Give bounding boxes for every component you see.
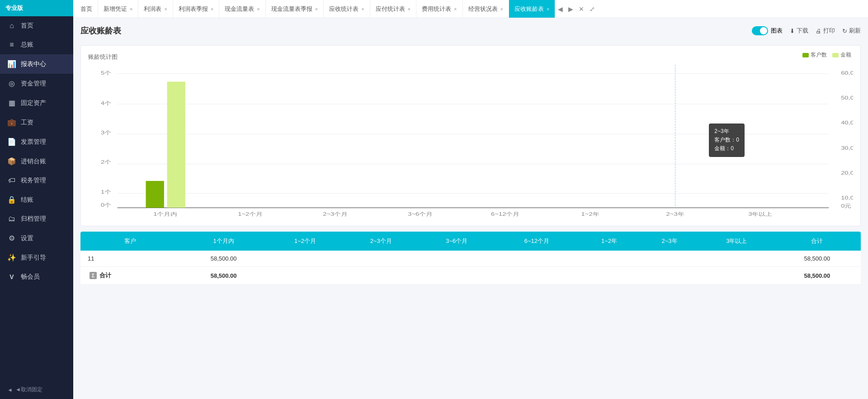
svg-text:60,000.00元: 60,000.00元 xyxy=(841,70,853,76)
svg-text:3年以上: 3年以上 xyxy=(748,211,772,217)
stock-icon: 📦 xyxy=(7,157,16,166)
sidebar-item-assets[interactable]: ▦ 固定资产 xyxy=(0,93,73,113)
sidebar-item-salary[interactable]: 💼 工资 xyxy=(0,113,73,132)
tab-expense-close[interactable]: × xyxy=(454,6,457,12)
tab-next-btn[interactable]: ▶ xyxy=(566,0,576,18)
bar-amount-1month[interactable] xyxy=(167,82,185,208)
tab-ar-aging-close[interactable]: × xyxy=(547,6,549,12)
chart-toggle[interactable] xyxy=(752,26,768,35)
sidebar-item-ledger[interactable]: ≡ 总账 xyxy=(0,35,73,54)
svg-text:0元: 0元 xyxy=(841,203,851,209)
tab-ar-aging[interactable]: 应收账龄表 × xyxy=(509,0,555,18)
footer-2-3year xyxy=(639,267,700,285)
tab-operations[interactable]: 经营状况表 × xyxy=(463,0,509,18)
tab-expense[interactable]: 费用统计表 × xyxy=(416,0,462,18)
data-table: 客户 1个月内 1~2个月 2~3个月 3~6个月 6~12个月 1~2年 2~… xyxy=(80,232,861,284)
sidebar-item-reports[interactable]: 📊 报表中心 xyxy=(0,54,73,74)
tab-ap-stat-close[interactable]: × xyxy=(408,6,410,12)
archive-icon: 🗂 xyxy=(7,215,16,223)
total-icon: Σ xyxy=(90,272,97,279)
tab-profit-season[interactable]: 利润表季报 × xyxy=(173,0,219,18)
sidebar-item-vip[interactable]: V 畅会员 xyxy=(0,267,73,286)
assets-icon: ▦ xyxy=(7,99,16,107)
tab-cashflow-season-close[interactable]: × xyxy=(315,6,318,12)
tab-expense-label: 费用统计表 xyxy=(422,5,451,13)
sidebar-toggle-pin[interactable]: ◄ ◄取消固定 xyxy=(0,380,73,399)
legend-amount-label: 金额 xyxy=(840,51,851,59)
print-btn[interactable]: 🖨 打印 xyxy=(816,27,835,35)
tab-ap-stat[interactable]: 应付统计表 × xyxy=(370,0,416,18)
chart-toggle-label: 图表 xyxy=(771,27,783,35)
close-book-icon: 🔒 xyxy=(7,195,16,204)
legend-amount: 金额 xyxy=(832,51,851,59)
tab-profit[interactable]: 利润表 × xyxy=(138,0,173,18)
tab-profit-season-close[interactable]: × xyxy=(211,6,213,12)
funds-icon: ◎ xyxy=(7,79,16,88)
sidebar-label-settings: 设置 xyxy=(21,234,33,242)
sidebar-item-stock[interactable]: 📦 进销台账 xyxy=(0,152,73,171)
svg-text:1~2个月: 1~2个月 xyxy=(238,211,263,217)
header-actions: 图表 ⬇ 下载 🖨 打印 ↻ 刷新 xyxy=(752,26,861,35)
col-header-2-3month: 2~3个月 xyxy=(343,232,419,251)
tab-cashflow-season[interactable]: 现金流量表季报 × xyxy=(266,0,324,18)
tab-operations-close[interactable]: × xyxy=(500,6,503,12)
col-header-customer: 客户 xyxy=(80,232,180,251)
tab-operations-label: 经营状况表 xyxy=(468,5,498,13)
col-header-1-2month: 1~2个月 xyxy=(267,232,343,251)
footer-3-6month xyxy=(419,267,495,285)
refresh-btn[interactable]: ↻ 刷新 xyxy=(842,27,861,35)
chart-svg-area: 5个 4个 3个 2个 1个 0个 60,000.00元 50,000.00元 … xyxy=(88,65,853,217)
salary-icon: 💼 xyxy=(7,118,16,127)
page-header: 应收账龄表 图表 ⬇ 下载 🖨 打印 ↻ 刷新 xyxy=(80,25,861,36)
svg-text:2个: 2个 xyxy=(101,159,111,165)
svg-text:30,000.00元: 30,000.00元 xyxy=(841,145,853,151)
sidebar-item-guide[interactable]: ✨ 新手引导 xyxy=(0,248,73,267)
tab-profit-close[interactable]: × xyxy=(164,6,167,12)
sidebar-item-home[interactable]: ⌂ 首页 xyxy=(0,16,73,35)
sidebar-label-guide: 新手引导 xyxy=(21,254,46,262)
cell-1-2month xyxy=(267,251,343,267)
footer-1-2month xyxy=(267,267,343,285)
tab-cashflow-close[interactable]: × xyxy=(257,6,259,12)
chart-toggle-wrap: 图表 xyxy=(752,26,783,35)
footer-1month: 58,500.00 xyxy=(180,267,267,285)
svg-text:10,000.00元: 10,000.00元 xyxy=(841,195,853,201)
sidebar-item-invoice[interactable]: 📄 发票管理 xyxy=(0,132,73,152)
tab-ap-stat-label: 应付统计表 xyxy=(376,5,405,13)
tab-ar-stat-label: 应收统计表 xyxy=(329,5,359,13)
sidebar-label-tax: 税务管理 xyxy=(21,176,46,185)
sidebar-label-archive: 归档管理 xyxy=(21,215,46,223)
refresh-icon: ↻ xyxy=(842,28,847,34)
sidebar-label-assets: 固定资产 xyxy=(21,99,46,107)
vip-icon: V xyxy=(7,273,16,280)
tab-prev-btn[interactable]: ◀ xyxy=(555,0,566,18)
sidebar-item-close[interactable]: 🔒 结账 xyxy=(0,190,73,209)
sidebar-item-archive[interactable]: 🗂 归档管理 xyxy=(0,209,73,228)
svg-text:5个: 5个 xyxy=(101,70,111,76)
tab-voucher-close[interactable]: × xyxy=(130,6,132,12)
tab-cashflow[interactable]: 现金流量表 × xyxy=(219,0,265,18)
sidebar-label-funds: 资金管理 xyxy=(21,80,46,88)
table-footer-row: Σ 合计 58,500.00 58,500.00 xyxy=(80,267,861,285)
tab-cashflow-season-label: 现金流量表季报 xyxy=(271,5,312,13)
chart-svg: 5个 4个 3个 2个 1个 0个 60,000.00元 50,000.00元 … xyxy=(88,65,853,217)
tab-expand-btn[interactable]: ⤢ xyxy=(587,0,598,18)
tab-home[interactable]: 首页 xyxy=(75,0,98,18)
sidebar: 专业版 ⌂ 首页 ≡ 总账 📊 报表中心 ◎ 资金管理 ▦ 固定资产 💼 工资 … xyxy=(0,0,73,399)
tab-ar-stat[interactable]: 应收统计表 × xyxy=(324,0,370,18)
sidebar-item-tax[interactable]: 🏷 税务管理 xyxy=(0,171,73,190)
tab-profit-season-label: 利润表季报 xyxy=(179,5,208,13)
tab-voucher-label: 新增凭证 xyxy=(104,5,127,13)
ledger-icon: ≡ xyxy=(7,41,16,49)
chart-legend: 客户数 金额 xyxy=(802,51,851,59)
tab-voucher[interactable]: 新增凭证 × xyxy=(98,0,138,18)
sidebar-item-funds[interactable]: ◎ 资金管理 xyxy=(0,74,73,93)
tab-ar-stat-close[interactable]: × xyxy=(361,6,364,12)
sidebar-item-settings[interactable]: ⚙ 设置 xyxy=(0,228,73,248)
tab-close-btn[interactable]: ✕ xyxy=(576,0,587,18)
download-btn[interactable]: ⬇ 下载 xyxy=(790,27,808,35)
bar-customers-1month[interactable] xyxy=(146,181,164,208)
sidebar-label-invoice: 发票管理 xyxy=(21,138,46,146)
svg-text:50,000.00元: 50,000.00元 xyxy=(841,95,853,101)
table-header-row: 客户 1个月内 1~2个月 2~3个月 3~6个月 6~12个月 1~2年 2~… xyxy=(80,232,861,251)
